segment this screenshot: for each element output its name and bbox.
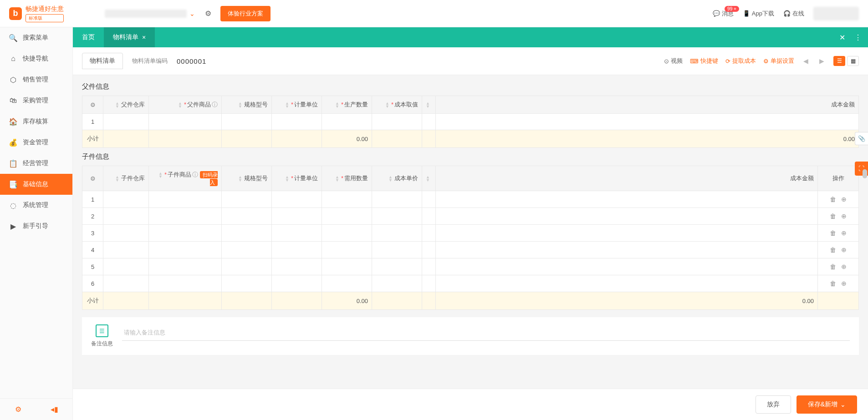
table-row[interactable]: 4 🗑 ⊕ bbox=[82, 242, 859, 258]
cell-cost-price[interactable] bbox=[372, 208, 422, 225]
sidebar-item-business[interactable]: 📋经营管理 bbox=[0, 153, 72, 174]
sort-icon[interactable]: ▲▼ bbox=[115, 176, 119, 182]
cell-spec[interactable] bbox=[222, 191, 272, 208]
cell-product[interactable] bbox=[149, 225, 222, 242]
help-icon[interactable]: ⓘ bbox=[192, 171, 198, 178]
add-row-icon[interactable]: ⊕ bbox=[841, 246, 847, 253]
messages-button[interactable]: 💬 消息 99 + bbox=[713, 10, 734, 18]
next-doc-button[interactable]: ▶ bbox=[817, 57, 826, 65]
sidebar-item-search[interactable]: 🔍搜索菜单 bbox=[0, 27, 72, 48]
cell-warehouse[interactable] bbox=[103, 242, 149, 258]
cell-unit[interactable] bbox=[272, 258, 322, 275]
cell-warehouse[interactable] bbox=[103, 191, 149, 208]
view-card-button[interactable]: ▦ bbox=[847, 56, 859, 66]
cell-product[interactable] bbox=[149, 242, 222, 258]
cell-blank[interactable] bbox=[422, 275, 436, 292]
close-icon[interactable]: × bbox=[142, 34, 146, 41]
gear-icon[interactable]: ⚙ bbox=[90, 101, 96, 108]
cell-blank[interactable] bbox=[422, 242, 436, 258]
help-icon[interactable]: ⓘ bbox=[212, 101, 218, 108]
cell-cost-amount[interactable] bbox=[435, 258, 817, 275]
shortcut-action[interactable]: ⌨快捷键 bbox=[690, 57, 718, 65]
tab-bom[interactable]: 物料清单 × bbox=[104, 27, 155, 47]
delete-row-icon[interactable]: 🗑 bbox=[830, 263, 836, 270]
cell-qty[interactable] bbox=[322, 191, 372, 208]
add-row-icon[interactable]: ⊕ bbox=[841, 229, 847, 237]
sidebar-item-system[interactable]: ◌系统管理 bbox=[0, 195, 72, 216]
sort-icon[interactable]: ▲▼ bbox=[158, 172, 163, 178]
delete-row-icon[interactable]: 🗑 bbox=[830, 229, 836, 237]
table-row[interactable]: 3 🗑 ⊕ bbox=[82, 225, 859, 242]
view-list-button[interactable]: ☰ bbox=[833, 56, 845, 66]
sort-icon[interactable]: ▲▼ bbox=[388, 176, 393, 182]
scan-badge[interactable]: 扫码录入 bbox=[200, 171, 218, 186]
cell-spec[interactable] bbox=[222, 114, 272, 130]
content-tab-bom[interactable]: 物料清单 bbox=[82, 53, 123, 69]
cell-cost-amount[interactable] bbox=[435, 242, 817, 258]
tab-home[interactable]: 首页 bbox=[73, 27, 104, 47]
table-row[interactable]: 1 bbox=[82, 114, 859, 130]
sidebar-item-funds[interactable]: 💰资金管理 bbox=[0, 132, 72, 153]
cell-spec[interactable] bbox=[222, 275, 272, 292]
experience-button[interactable]: 体验行业方案 bbox=[220, 6, 271, 21]
app-download-button[interactable]: 📱 App下载 bbox=[743, 10, 774, 18]
cell-cost-amount[interactable] bbox=[435, 208, 817, 225]
cell-qty[interactable] bbox=[322, 225, 372, 242]
cell-cost-price[interactable] bbox=[372, 191, 422, 208]
cell-spec[interactable] bbox=[222, 225, 272, 242]
discard-button[interactable]: 放弃 bbox=[756, 395, 791, 414]
sidebar-item-sales[interactable]: ⬡销售管理 bbox=[0, 69, 72, 90]
video-action[interactable]: ⊙视频 bbox=[664, 57, 683, 65]
cell-spec[interactable] bbox=[222, 208, 272, 225]
cell-product[interactable] bbox=[149, 208, 222, 225]
delete-row-icon[interactable]: 🗑 bbox=[830, 213, 836, 220]
cell-warehouse[interactable] bbox=[103, 114, 149, 130]
org-settings-icon[interactable]: ⚙ bbox=[205, 9, 211, 18]
cell-unit[interactable] bbox=[272, 225, 322, 242]
delete-row-icon[interactable]: 🗑 bbox=[830, 246, 836, 253]
attachment-button[interactable]: 📎 bbox=[855, 132, 868, 145]
cell-cost-price[interactable] bbox=[372, 258, 422, 275]
sort-icon[interactable]: ▲▼ bbox=[385, 102, 389, 108]
sort-icon[interactable]: ▲▼ bbox=[335, 176, 339, 182]
cell-blank[interactable] bbox=[422, 191, 436, 208]
sort-icon[interactable]: ▲▼ bbox=[285, 176, 289, 182]
sidebar-settings-button[interactable]: ⚙ bbox=[0, 399, 36, 420]
sidebar-item-purchase[interactable]: 🛍采购管理 bbox=[0, 90, 72, 111]
cell-blank[interactable] bbox=[422, 208, 436, 225]
cell-qty[interactable] bbox=[322, 242, 372, 258]
cell-qty[interactable] bbox=[322, 258, 372, 275]
table-row[interactable]: 5 🗑 ⊕ bbox=[82, 258, 859, 275]
child-table-scrollbar[interactable] bbox=[863, 169, 867, 178]
remark-input[interactable] bbox=[122, 324, 850, 341]
sort-icon[interactable]: ▲▼ bbox=[285, 102, 289, 108]
cell-cost-amount[interactable] bbox=[435, 275, 817, 292]
delete-row-icon[interactable]: 🗑 bbox=[830, 280, 836, 287]
prev-doc-button[interactable]: ◀ bbox=[802, 57, 810, 65]
cell-spec[interactable] bbox=[222, 258, 272, 275]
sort-icon[interactable]: ▲▼ bbox=[426, 102, 430, 108]
sidebar-collapse-button[interactable]: ◂▮ bbox=[36, 399, 73, 420]
cell-unit[interactable] bbox=[272, 242, 322, 258]
cell-cost-method[interactable] bbox=[372, 114, 422, 130]
cell-cost-price[interactable] bbox=[372, 275, 422, 292]
doc-settings-action[interactable]: ⚙单据设置 bbox=[763, 57, 794, 65]
org-selector[interactable]: ⌄ bbox=[100, 8, 199, 20]
tab-close-all-icon[interactable]: ✕ bbox=[837, 31, 848, 44]
cell-unit[interactable] bbox=[272, 191, 322, 208]
cell-cost-price[interactable] bbox=[372, 242, 422, 258]
sidebar-item-guide[interactable]: ▶新手引导 bbox=[0, 216, 72, 237]
cell-qty[interactable] bbox=[322, 114, 372, 130]
add-row-icon[interactable]: ⊕ bbox=[841, 263, 847, 270]
sort-icon[interactable]: ▲▼ bbox=[238, 102, 242, 108]
add-row-icon[interactable]: ⊕ bbox=[841, 196, 847, 203]
save-add-button[interactable]: 保存&新增 ⌄ bbox=[797, 395, 857, 414]
cell-product[interactable] bbox=[149, 258, 222, 275]
cell-qty[interactable] bbox=[322, 275, 372, 292]
cell-cost-price[interactable] bbox=[372, 225, 422, 242]
cell-unit[interactable] bbox=[272, 208, 322, 225]
table-row[interactable]: 2 🗑 ⊕ bbox=[82, 208, 859, 225]
table-row[interactable]: 1 🗑 ⊕ bbox=[82, 191, 859, 208]
online-support-button[interactable]: 🎧 在线 bbox=[783, 10, 804, 18]
sidebar-item-quicknav[interactable]: ⌂快捷导航 bbox=[0, 48, 72, 69]
